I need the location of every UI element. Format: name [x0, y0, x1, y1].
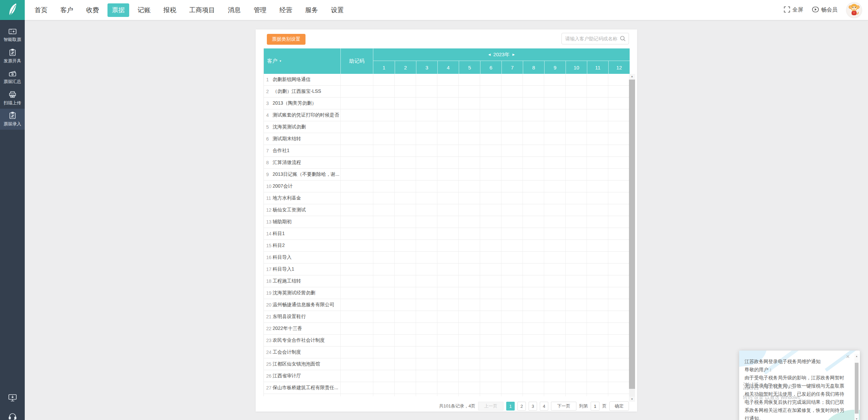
month-header-5[interactable]: 5 [459, 61, 480, 74]
scroll-down-arrow-icon[interactable]: ▼ [629, 397, 635, 402]
sidebar-item-2[interactable]: 发票开具 [0, 46, 25, 67]
table-row[interactable]: 13辅助期初 [264, 216, 630, 228]
table-row[interactable]: 20温州畅捷通信息服务有限公司 [264, 299, 630, 311]
table-row[interactable]: 27保山市板桥建筑工程有限责任... [264, 382, 630, 394]
month-header-8[interactable]: 8 [523, 61, 544, 74]
customer-column-header[interactable]: 客户 ▼ [264, 48, 341, 74]
month-cell [437, 133, 459, 145]
month-cell [480, 240, 501, 251]
prev-page-button[interactable]: 上一页 [478, 402, 504, 411]
table-row[interactable]: 2（勿删）江西服宝-LSS [264, 86, 630, 98]
month-cell [459, 323, 480, 334]
table-row[interactable]: 8汇算清缴流程 [264, 157, 630, 169]
table-row[interactable]: 4测试账套的凭证打印的时候是否 [264, 109, 630, 121]
month-header-12[interactable]: 12 [608, 61, 630, 74]
table-row[interactable]: 1勿删新锐网络通信 [264, 74, 630, 86]
search-icon[interactable] [620, 36, 629, 42]
bill-category-settings-button[interactable]: 票据类别设置 [267, 34, 305, 45]
sidebar-item-4[interactable]: 扫描上传 [0, 88, 25, 109]
month-header-10[interactable]: 10 [566, 61, 587, 74]
page-button-3[interactable]: 3 [529, 402, 537, 411]
customer-name: 工程施工结转 [273, 278, 301, 284]
page-button-4[interactable]: 4 [540, 402, 548, 411]
table-row[interactable]: 26江西省审计厅 [264, 370, 630, 382]
user-avatar[interactable] [846, 2, 862, 18]
month-cell [459, 145, 480, 156]
page-button-1[interactable]: 1 [506, 402, 515, 411]
goto-confirm-button[interactable]: 确定 [609, 401, 629, 411]
month-cell [544, 287, 566, 299]
table-row[interactable]: 24工会会计制度 [264, 346, 630, 358]
month-cell [459, 121, 480, 133]
client-download-button[interactable] [0, 394, 25, 403]
nav-item-2[interactable]: 客户 [56, 3, 78, 17]
month-header-2[interactable]: 2 [395, 61, 416, 74]
member-button[interactable]: 畅会员 [812, 6, 837, 14]
month-header-4[interactable]: 4 [437, 61, 459, 74]
table-row[interactable]: 19沈海英测试经营勿删 [264, 287, 630, 299]
table-row[interactable]: 6测试期末结转 [264, 133, 630, 145]
fullscreen-button[interactable]: 全屏 [784, 6, 803, 14]
month-header-7[interactable]: 7 [501, 61, 523, 74]
month-cell [566, 133, 587, 145]
table-row[interactable]: 5沈海英测试勿删 [264, 121, 630, 133]
table-row[interactable]: 222022年十三香 [264, 323, 630, 335]
table-row[interactable]: 17科目导入1 [264, 264, 630, 275]
popup-scroll-down-icon[interactable]: ▼ [854, 417, 859, 420]
table-row[interactable]: 14科目1 [264, 228, 630, 240]
nav-item-11[interactable]: 服务 [301, 3, 322, 17]
nav-item-10[interactable]: 经营 [275, 3, 297, 17]
nav-item-4[interactable]: 票据 [107, 3, 129, 17]
month-header-9[interactable]: 9 [544, 61, 566, 74]
month-cell [459, 299, 480, 311]
month-header-6[interactable]: 6 [480, 61, 501, 74]
month-header-3[interactable]: 3 [416, 61, 437, 74]
table-row[interactable]: 32013（陶美芳勿删） [264, 98, 630, 109]
nav-item-1[interactable]: 首页 [30, 3, 52, 17]
goto-page-input[interactable] [591, 402, 599, 411]
table-row[interactable]: 7合作社1 [264, 145, 630, 157]
popup-scroll-up-icon[interactable]: ▲ [854, 354, 859, 358]
month-cell [608, 346, 630, 358]
table-row[interactable]: 23农民专业合作社会计制度 [264, 335, 630, 346]
table-row[interactable]: 21东明县设置鞋行 [264, 311, 630, 323]
sidebar-item-1[interactable]: 智能取票 [0, 25, 25, 46]
table-row[interactable]: 11地方水利基金 [264, 192, 630, 204]
next-page-button[interactable]: 下一页 [551, 402, 576, 411]
scrollbar-thumb[interactable] [629, 80, 635, 389]
nav-item-3[interactable]: 收费 [82, 3, 103, 17]
month-cell [480, 311, 501, 322]
sidebar-item-3[interactable]: 票据汇总 [0, 67, 25, 88]
nav-item-8[interactable]: 消息 [223, 3, 245, 17]
month-cell [587, 109, 608, 121]
year-prev-icon[interactable]: ◀ [488, 53, 491, 56]
month-header-11[interactable]: 11 [587, 61, 608, 74]
table-row[interactable]: 102007会计 [264, 181, 630, 192]
nav-item-6[interactable]: 报税 [159, 3, 181, 17]
table-row[interactable]: 18工程施工结转 [264, 275, 630, 287]
popup-scrollbar-thumb[interactable] [855, 363, 859, 414]
nav-item-7[interactable]: 工商项目 [185, 3, 219, 17]
table-row[interactable]: 12杨仙女工资测试 [264, 204, 630, 216]
nav-item-5[interactable]: 记账 [133, 3, 155, 17]
month-cell [373, 264, 395, 275]
month-header-1[interactable]: 1 [373, 61, 395, 74]
table-row[interactable]: 92013日记账（不要删除哈，谢... [264, 169, 630, 181]
nav-item-12[interactable]: 设置 [327, 3, 348, 17]
table-row[interactable]: 16科目导入 [264, 252, 630, 264]
page-button-2[interactable]: 2 [517, 402, 526, 411]
customer-service-button[interactable] [0, 412, 25, 420]
month-cell [480, 145, 501, 156]
scroll-up-arrow-icon[interactable]: ▲ [629, 74, 635, 79]
month-cell [544, 181, 566, 192]
nav-item-9[interactable]: 管理 [249, 3, 271, 17]
sidebar-item-5[interactable]: 票据录入 [0, 109, 25, 130]
month-cell [587, 299, 608, 311]
row-index: 6 [264, 136, 273, 142]
table-row[interactable]: 25江都区仙女镇泡泡面馆 [264, 358, 630, 370]
year-next-icon[interactable]: ▶ [512, 53, 515, 56]
table-row[interactable]: 15科目2 [264, 240, 630, 252]
app-logo[interactable] [0, 0, 25, 20]
search-input[interactable] [562, 36, 620, 41]
month-cell [480, 358, 501, 370]
